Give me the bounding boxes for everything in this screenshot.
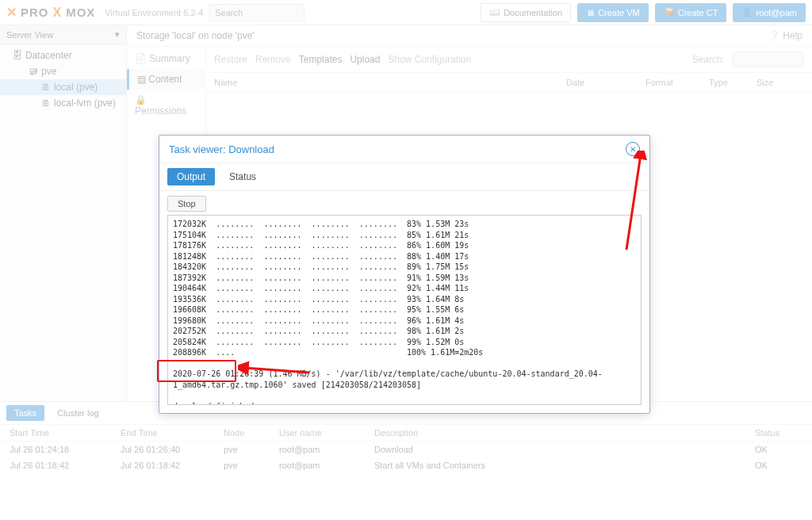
dialog-close-button[interactable]: ✕	[626, 142, 640, 156]
stop-button[interactable]: Stop	[167, 196, 206, 212]
dialog-title: Task viewer: Download	[169, 143, 274, 155]
dialog-tab-output[interactable]: Output	[167, 168, 215, 185]
task-output-log[interactable]: 172032K ........ ........ ........ .....…	[167, 215, 642, 405]
dialog-tab-status[interactable]: Status	[220, 168, 266, 185]
task-viewer-dialog: Task viewer: Download ✕ Output Status St…	[159, 135, 650, 414]
